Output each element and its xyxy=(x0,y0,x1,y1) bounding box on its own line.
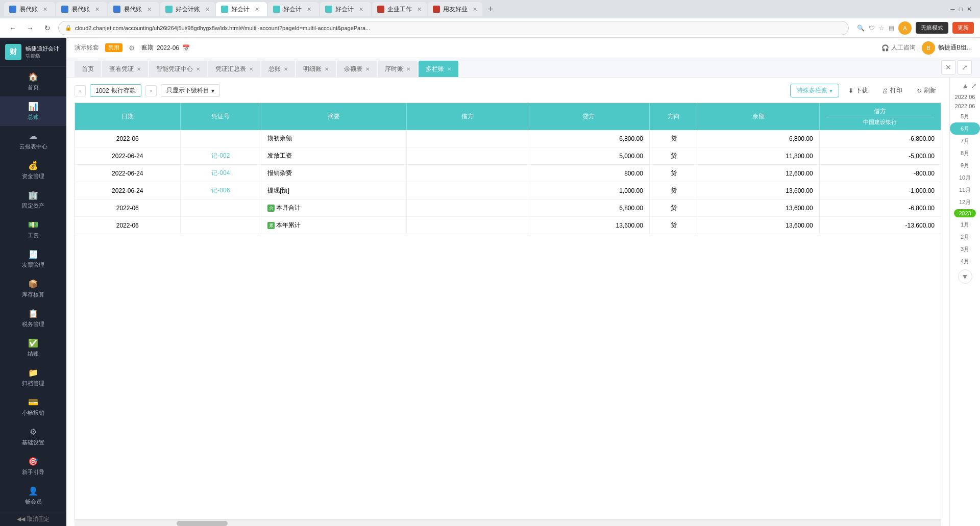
tab-chronological[interactable]: 序时账 ✕ xyxy=(378,61,418,77)
tab-multi-close[interactable]: ✕ xyxy=(447,66,451,72)
address-bar[interactable]: 🔒 cloud2.chanjet.com/accounting/uh26t264… xyxy=(58,21,849,35)
sidebar-item-expense[interactable]: 💳 小畅报销 xyxy=(0,392,66,422)
sidebar-item-archive[interactable]: 📁 归档管理 xyxy=(0,363,66,392)
settings-toolbar-icon[interactable]: ⚙ xyxy=(129,44,135,52)
tab-smart-voucher[interactable]: 智能凭证中心 ✕ xyxy=(149,61,207,77)
shield-icon[interactable]: 🛡 xyxy=(869,24,875,32)
browser-tab-6[interactable]: 好会计 ✕ xyxy=(268,2,319,16)
filter-button[interactable]: 只显示下级科目 ▾ xyxy=(161,84,220,97)
browser-tab-1[interactable]: 易代账 ✕ xyxy=(4,2,55,16)
reload-button[interactable]: ↻ xyxy=(41,21,54,35)
month-item-2023-4[interactable]: 4月 xyxy=(950,255,980,267)
browser-user-avatar[interactable]: A xyxy=(898,21,912,35)
month-item-12[interactable]: 12月 xyxy=(950,196,980,208)
voucher-link[interactable]: 记-004 xyxy=(211,169,230,177)
scroll-down-button[interactable]: ▼ xyxy=(958,269,972,284)
sidebar-item-home[interactable]: 🏠 首页 xyxy=(0,67,66,96)
month-item-11[interactable]: 11月 xyxy=(950,184,980,196)
tab-balance[interactable]: 余额表 ✕ xyxy=(337,61,377,77)
incognito-mode-button[interactable]: 无痕模式 xyxy=(916,22,948,34)
sidebar-item-tax[interactable]: 📋 税务管理 xyxy=(0,304,66,333)
month-item-2023-2[interactable]: 2月 xyxy=(950,231,980,243)
voucher-link[interactable]: 记-006 xyxy=(211,187,230,194)
tab-balance-close[interactable]: ✕ xyxy=(365,66,370,72)
panel-expand-icon[interactable]: ⤢ xyxy=(971,82,977,90)
tab-close-8[interactable]: ✕ xyxy=(417,6,422,13)
tab-close-4[interactable]: ✕ xyxy=(205,6,210,13)
tab-voucher-summary[interactable]: 凭证汇总表 ✕ xyxy=(208,61,260,77)
month-item-6[interactable]: 6月 xyxy=(950,122,980,135)
tab-close-7[interactable]: ✕ xyxy=(359,6,363,13)
browser-tab-9[interactable]: 用友好业 ✕ xyxy=(428,2,482,16)
panel-up-icon[interactable]: ▲ xyxy=(962,82,969,90)
back-button[interactable]: ← xyxy=(6,21,19,35)
browser-tab-5[interactable]: 好会计 ✕ xyxy=(216,2,267,16)
tab-general-ledger[interactable]: 总账 ✕ xyxy=(261,61,295,77)
tab-close-6[interactable]: ✕ xyxy=(307,6,311,13)
scrollbar-thumb[interactable] xyxy=(177,521,228,526)
browser-tab-8[interactable]: 企业工作 ✕ xyxy=(372,2,427,16)
special-multi-button[interactable]: 特殊多栏账 ▾ xyxy=(790,84,839,97)
tab-home[interactable]: 首页 xyxy=(75,61,101,77)
sidebar-item-cloud-report[interactable]: ☁ 云报表中心 xyxy=(0,126,66,156)
print-button[interactable]: 🖨 打印 xyxy=(877,84,908,97)
new-tab-button[interactable]: + xyxy=(483,2,498,16)
account-selector[interactable]: 1002 银行存款 xyxy=(90,84,141,97)
sidebar-item-settings[interactable]: ⚙ 基础设置 xyxy=(0,422,66,452)
browser-tab-7[interactable]: 好会计 ✕ xyxy=(320,2,371,16)
horizontal-scrollbar[interactable] xyxy=(75,520,941,526)
panel-expand-button[interactable]: ⤢ xyxy=(958,60,972,74)
refresh-button[interactable]: ↻ 刷新 xyxy=(912,84,941,97)
tab-detail-close[interactable]: ✕ xyxy=(325,66,329,72)
calendar-icon[interactable]: 📅 xyxy=(182,44,190,52)
tab-multi-column[interactable]: 多栏账 ✕ xyxy=(419,61,458,77)
close-button[interactable]: ✕ xyxy=(967,6,972,13)
tab-detail-ledger[interactable]: 明细账 ✕ xyxy=(296,61,336,77)
help-button[interactable]: 🎧 人工咨询 xyxy=(881,43,916,52)
tab-chrono-close[interactable]: ✕ xyxy=(406,66,410,72)
sidebar-item-guide[interactable]: 🎯 新手引导 xyxy=(0,452,66,481)
browser-tab-2[interactable]: 易代账 ✕ xyxy=(56,2,107,16)
sidebar-item-asset[interactable]: 🏢 固定资产 xyxy=(0,185,66,215)
tab-close-3[interactable]: ✕ xyxy=(147,6,152,13)
sidebar-item-ledger[interactable]: 📊 总账 xyxy=(0,96,66,126)
month-item-2023-1[interactable]: 1月 xyxy=(950,218,980,231)
prev-account-button[interactable]: ‹ xyxy=(75,85,86,96)
tab-voucher[interactable]: 查看凭证 ✕ xyxy=(102,61,148,77)
sidebar-icon[interactable]: ▤ xyxy=(889,24,894,32)
search-icon[interactable]: 🔍 xyxy=(857,24,865,32)
sidebar-item-inventory[interactable]: 📦 库存核算 xyxy=(0,274,66,304)
panel-close-button[interactable]: ✕ xyxy=(941,60,955,74)
month-item-9[interactable]: 9月 xyxy=(950,159,980,171)
user-avatar[interactable]: B xyxy=(922,41,935,55)
maximize-button[interactable]: □ xyxy=(959,6,963,13)
pin-button[interactable]: ◀◀ 取消固定 xyxy=(0,511,66,526)
month-item-5[interactable]: 5月 xyxy=(950,110,980,122)
month-item-7[interactable]: 7月 xyxy=(950,135,980,147)
star-icon[interactable]: ☆ xyxy=(879,24,885,32)
sidebar-item-salary[interactable]: 💵 工资 xyxy=(0,215,66,244)
sidebar-item-close-books[interactable]: ✅ 结账 xyxy=(0,333,66,363)
tab-general-close[interactable]: ✕ xyxy=(284,66,288,72)
sidebar-item-member[interactable]: 👤 畅会员 xyxy=(0,481,66,511)
month-item-2023-3[interactable]: 3月 xyxy=(950,243,980,255)
tab-smart-close[interactable]: ✕ xyxy=(196,66,200,72)
download-button[interactable]: ⬇ 下载 xyxy=(843,84,873,97)
voucher-link[interactable]: 记-002 xyxy=(211,152,230,159)
update-button[interactable]: 更新 xyxy=(952,22,974,34)
next-account-button[interactable]: › xyxy=(145,85,157,96)
sidebar-item-fund[interactable]: 💰 资金管理 xyxy=(0,156,66,185)
browser-tab-4[interactable]: 好会计账 ✕ xyxy=(160,2,215,16)
tab-close-9[interactable]: ✕ xyxy=(473,6,477,13)
tab-close-2[interactable]: ✕ xyxy=(95,6,100,13)
tab-summary-close[interactable]: ✕ xyxy=(249,66,253,72)
month-item-10[interactable]: 10月 xyxy=(950,171,980,184)
month-item-8[interactable]: 8月 xyxy=(950,147,980,159)
sidebar-item-invoice[interactable]: 🧾 发票管理 xyxy=(0,244,66,274)
minimize-button[interactable]: ─ xyxy=(950,6,955,13)
forward-button[interactable]: → xyxy=(23,21,37,35)
tab-close-1[interactable]: ✕ xyxy=(43,6,47,13)
browser-tab-3[interactable]: 易代账 ✕ xyxy=(108,2,159,16)
tab-voucher-close[interactable]: ✕ xyxy=(137,66,141,72)
tab-close-5[interactable]: ✕ xyxy=(255,6,259,13)
